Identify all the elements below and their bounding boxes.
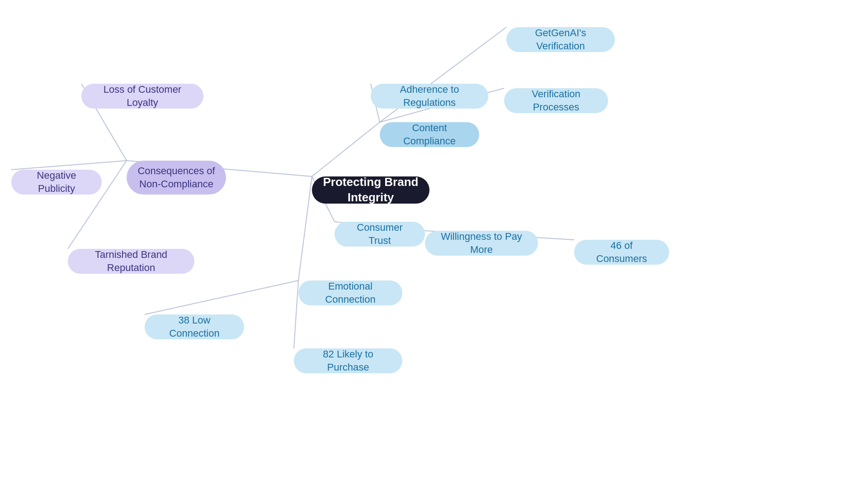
node-82-likely: 82 Likely to Purchase (294, 348, 402, 373)
node-label-46-consumers: 46 of Consumers (585, 239, 658, 265)
node-label-loss-loyalty: Loss of Customer Loyalty (92, 83, 193, 109)
node-label-tarnished-brand: Tarnished Brand Reputation (79, 248, 184, 274)
svg-line-2 (11, 161, 127, 170)
node-46-consumers: 46 of Consumers (574, 240, 669, 265)
node-label-negative-publicity: Negative Publicity (22, 169, 91, 195)
node-38-low: 38 Low Connection (145, 314, 244, 339)
node-label-emotional-connection: Emotional Connection (309, 280, 392, 306)
node-label-getgenai: GetGenAI's Verification (517, 27, 604, 52)
node-emotional-connection: Emotional Connection (298, 281, 402, 305)
node-label-82-likely: 82 Likely to Purchase (305, 348, 392, 374)
node-label-38-low: 38 Low Connection (156, 314, 233, 340)
node-willingness: Willingness to Pay More (425, 231, 538, 256)
node-label-verification-processes: Verification Processes (515, 88, 597, 114)
node-getgenai: GetGenAI's Verification (506, 27, 615, 52)
mindmap-container: Protecting Brand IntegrityConsequences o… (0, 0, 868, 490)
node-verification-processes: Verification Processes (504, 88, 608, 113)
svg-line-11 (298, 176, 312, 281)
node-tarnished-brand: Tarnished Brand Reputation (68, 249, 194, 274)
node-label-consumer-trust: Consumer Trust (345, 221, 414, 247)
node-loss-loyalty: Loss of Customer Loyalty (81, 84, 203, 109)
svg-line-4 (312, 122, 380, 176)
node-content-compliance: Content Compliance (380, 122, 479, 147)
svg-line-13 (294, 281, 298, 348)
node-negative-publicity: Negative Publicity (11, 170, 102, 195)
node-label-center: Protecting Brand Integrity (323, 175, 419, 205)
node-consumer-trust: Consumer Trust (335, 222, 425, 247)
node-label-consequences: Consequences of Non-Compliance (137, 165, 215, 190)
node-adherence: Adherence to Regulations (371, 84, 488, 109)
svg-line-12 (145, 281, 298, 314)
node-center: Protecting Brand Integrity (312, 176, 429, 204)
node-consequences: Consequences of Non-Compliance (127, 161, 226, 195)
node-label-willingness: Willingness to Pay More (436, 230, 527, 256)
node-label-adherence: Adherence to Regulations (382, 83, 477, 109)
node-label-content-compliance: Content Compliance (391, 122, 468, 147)
